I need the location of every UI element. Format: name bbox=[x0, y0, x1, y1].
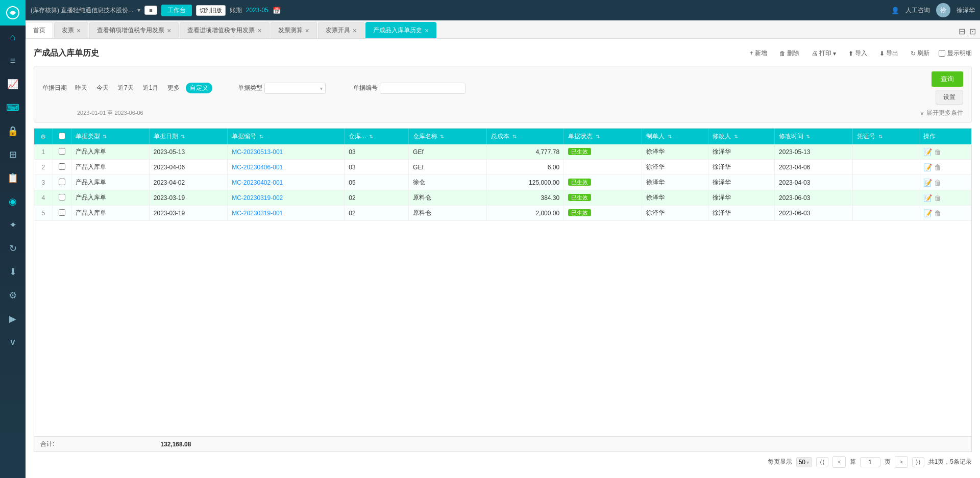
delete-btn[interactable]: 🗑 删除 bbox=[776, 47, 802, 60]
refresh-btn[interactable]: ↻ 刷新 bbox=[908, 47, 933, 60]
tab-invoice-calc-close[interactable]: × bbox=[305, 27, 309, 35]
col-modify-time[interactable]: 修改时间 ⇅ bbox=[775, 129, 853, 144]
row-number[interactable]: MC-20230513-001 bbox=[228, 144, 345, 160]
sidebar-item-v[interactable]: V bbox=[0, 331, 26, 354]
row-number[interactable]: MC-20230319-001 bbox=[228, 206, 345, 221]
edit-icon[interactable]: 📝 bbox=[923, 209, 932, 217]
calendar-icon[interactable]: 📅 bbox=[273, 7, 281, 14]
sidebar-item-lock[interactable]: 🔒 bbox=[0, 119, 26, 143]
row-checkbox[interactable] bbox=[59, 194, 65, 200]
prev-page-btn[interactable]: ＜ bbox=[832, 456, 846, 468]
row-creator: 徐泽华 bbox=[642, 206, 708, 221]
tab-warehouse-history-close[interactable]: × bbox=[425, 27, 429, 35]
col-total-cost[interactable]: 总成本 ⇅ bbox=[487, 129, 564, 144]
edit-icon[interactable]: 📝 bbox=[923, 163, 932, 171]
next-page-btn[interactable]: ＞ bbox=[895, 456, 908, 468]
edit-icon[interactable]: 📝 bbox=[923, 148, 932, 156]
row-checkbox-cell bbox=[53, 144, 71, 160]
col-warehouse-code[interactable]: 仓库... ⇅ bbox=[345, 129, 409, 144]
tab-purchase-vat-close[interactable]: × bbox=[257, 27, 261, 35]
col-modifier[interactable]: 修改人 ⇅ bbox=[708, 129, 775, 144]
col-voucher[interactable]: 凭证号 ⇅ bbox=[853, 129, 919, 144]
switch-btn[interactable]: 切到旧版 bbox=[196, 5, 226, 16]
sidebar-item-globe[interactable]: ◉ bbox=[0, 190, 26, 213]
sidebar-item-refresh[interactable]: ↻ bbox=[0, 237, 26, 260]
sidebar-item-home[interactable]: ⌂ bbox=[0, 26, 26, 49]
number-filter-input[interactable] bbox=[380, 83, 465, 94]
sidebar-item-stamp[interactable]: ✦ bbox=[0, 213, 26, 237]
last-page-btn[interactable]: ⟩⟩ bbox=[912, 457, 924, 467]
delete-row-icon[interactable]: 🗑 bbox=[934, 209, 941, 217]
col-date[interactable]: 单据日期 ⇅ bbox=[149, 129, 227, 144]
sidebar-item-task[interactable]: 📋 bbox=[0, 166, 26, 190]
page-number-input[interactable] bbox=[860, 457, 880, 467]
tab-purchase-vat[interactable]: 查看进项增值税专用发票 × bbox=[180, 22, 269, 38]
last1month-btn[interactable]: 近1月 bbox=[140, 83, 162, 93]
tab-minimize-icon[interactable]: ⊟ bbox=[959, 27, 965, 36]
row-checkbox[interactable] bbox=[59, 163, 65, 170]
tab-invoice[interactable]: 发票 × bbox=[54, 22, 88, 38]
delete-row-icon[interactable]: 🗑 bbox=[934, 179, 941, 187]
row-checkbox[interactable] bbox=[59, 148, 65, 155]
new-btn[interactable]: + 新增 bbox=[747, 47, 770, 60]
print-dropdown-icon[interactable]: ▾ bbox=[833, 50, 836, 57]
per-page-select[interactable]: 50 100 bbox=[796, 457, 812, 467]
sidebar-item-grid[interactable]: ⊞ bbox=[0, 143, 26, 166]
edit-icon[interactable]: 📝 bbox=[923, 194, 932, 202]
row-checkbox[interactable] bbox=[59, 209, 65, 216]
select-all-checkbox[interactable] bbox=[59, 133, 65, 139]
last7-btn[interactable]: 近7天 bbox=[115, 83, 137, 93]
export-btn[interactable]: ⬇ 导出 bbox=[876, 47, 901, 60]
edit-icon[interactable]: 📝 bbox=[923, 179, 932, 187]
type-select[interactable]: 产品入库单 bbox=[264, 83, 326, 94]
workbench-btn[interactable]: 工作台 bbox=[161, 5, 192, 16]
setting-btn[interactable]: 设置 bbox=[936, 90, 963, 105]
row-checkbox-cell bbox=[53, 160, 71, 175]
print-btn[interactable]: 🖨 打印 ▾ bbox=[808, 47, 839, 60]
show-detail-checkbox[interactable] bbox=[939, 50, 945, 57]
col-creator[interactable]: 制单人 ⇅ bbox=[642, 129, 708, 144]
expand-more-btn[interactable]: ∨ 展开更多条件 bbox=[920, 109, 963, 117]
tab-invoice-calc[interactable]: 发票测算 × bbox=[271, 22, 317, 38]
tab-sales-vat-close[interactable]: × bbox=[167, 27, 171, 35]
yesterday-btn[interactable]: 昨天 bbox=[72, 83, 90, 93]
sidebar-item-chart[interactable]: 📈 bbox=[0, 72, 26, 96]
col-status[interactable]: 单据状态 ⇅ bbox=[564, 129, 642, 144]
row-number[interactable]: MC-20230319-002 bbox=[228, 190, 345, 206]
row-checkbox[interactable] bbox=[59, 179, 65, 185]
sidebar-item-gear[interactable]: ⚙ bbox=[0, 284, 26, 307]
custom-btn[interactable]: 自定义 bbox=[186, 83, 212, 93]
tab-sales-vat[interactable]: 查看销项增值税专用发票 × bbox=[89, 22, 179, 38]
tab-maximize-icon[interactable]: ⊡ bbox=[969, 27, 976, 36]
delete-row-icon[interactable]: 🗑 bbox=[934, 148, 941, 156]
sidebar-item-play[interactable]: ▶ bbox=[0, 307, 26, 331]
more-btn[interactable]: 更多 bbox=[164, 83, 183, 93]
col-type[interactable]: 单据类型 ⇅ bbox=[71, 129, 149, 144]
today-btn[interactable]: 今天 bbox=[93, 83, 112, 93]
delete-row-icon[interactable]: 🗑 bbox=[934, 194, 941, 202]
tab-invoice-close[interactable]: × bbox=[77, 27, 81, 35]
document-btn[interactable]: ≡ bbox=[144, 6, 157, 15]
col-settings[interactable]: ⚙ bbox=[34, 129, 53, 144]
tab-invoice-issue-close[interactable]: × bbox=[353, 27, 357, 35]
sidebar-item-download[interactable]: ⬇ bbox=[0, 260, 26, 284]
sidebar-item-calculator[interactable]: ⌨ bbox=[0, 96, 26, 119]
dropdown-icon[interactable]: ▾ bbox=[137, 7, 140, 14]
sidebar-item-document[interactable]: ≡ bbox=[0, 49, 26, 72]
row-number[interactable]: MC-20230406-001 bbox=[228, 160, 345, 175]
tab-invoice-issue[interactable]: 发票开具 × bbox=[318, 22, 364, 38]
header-right: 👤 人工咨询 徐 徐泽华 bbox=[891, 3, 975, 17]
col-warehouse-name[interactable]: 仓库名称 ⇅ bbox=[409, 129, 487, 144]
tab-warehouse-history[interactable]: 产成品入库单历史 × bbox=[365, 22, 436, 38]
support-label[interactable]: 人工咨询 bbox=[905, 6, 930, 15]
date-range-display: 2023-01-01 至 2023-06-06 bbox=[77, 109, 143, 117]
query-btn[interactable]: 查询 bbox=[932, 71, 963, 87]
tab-home[interactable]: 首页 bbox=[26, 22, 53, 38]
col-number[interactable]: 单据编号 ⇅ bbox=[228, 129, 345, 144]
delete-row-icon[interactable]: 🗑 bbox=[934, 163, 941, 171]
col-checkbox[interactable] bbox=[53, 129, 71, 144]
import-btn[interactable]: ⬆ 导入 bbox=[845, 47, 870, 60]
row-number[interactable]: MC-20230402-001 bbox=[228, 175, 345, 190]
user-name[interactable]: 徐泽华 bbox=[957, 6, 975, 15]
first-page-btn[interactable]: ⟨⟨ bbox=[816, 457, 828, 467]
